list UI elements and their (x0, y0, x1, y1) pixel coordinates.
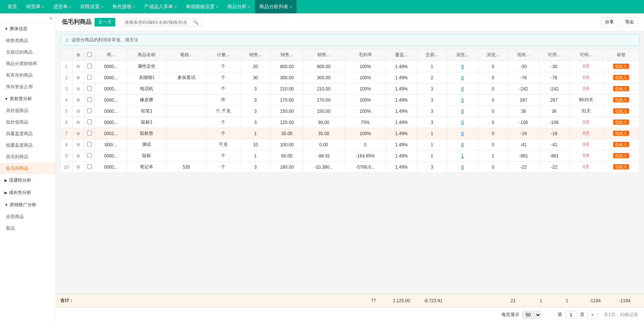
sidebar-group-整体信息[interactable]: ▼整体信息 (0, 23, 55, 35)
nav-item-销货单[interactable]: 销货单× (22, 0, 49, 13)
row-checkbox-cell[interactable] (84, 61, 95, 72)
row-checkbox-cell[interactable] (84, 95, 95, 106)
sidebar-item-有库存的商品[interactable]: 有库存的商品 (0, 70, 55, 81)
close-tab-icon[interactable]: × (290, 5, 292, 9)
sidebar-item-新品[interactable]: 新品 (0, 223, 55, 234)
row-checkbox[interactable] (87, 131, 92, 136)
row-view1-cell[interactable]: 1 (447, 150, 478, 162)
close-tab-icon[interactable]: × (216, 5, 218, 9)
row-settings-cell[interactable]: ⚙ (73, 128, 84, 139)
tag-col-header[interactable]: 标签 (603, 49, 640, 61)
row-settings-cell[interactable]: ⚙ (73, 95, 84, 106)
row-checkbox-cell[interactable] (84, 117, 95, 128)
sidebar-item-全部商品[interactable]: 全部商品 (0, 211, 55, 223)
gross-margin-col-header[interactable]: 毛利率 (345, 49, 386, 61)
view2-col-header[interactable]: 浏览... (478, 49, 508, 61)
sidebar-group-营销推广分析[interactable]: ▼营销推广分析 (0, 199, 55, 211)
close-tab-icon[interactable]: × (101, 5, 103, 9)
sidebar-item-交易过的商品[interactable]: 交易过的商品 (0, 47, 55, 58)
row-checkbox[interactable] (87, 108, 92, 113)
row-checkbox-cell[interactable] (84, 83, 95, 95)
time-filter-button[interactable]: 近一月 (94, 18, 115, 26)
sidebar-group-流通性分析[interactable]: ▶流通性分析 (0, 174, 55, 186)
prev-page-button[interactable]: ＜ (544, 310, 555, 319)
search-icon[interactable]: 🔍 (193, 20, 199, 25)
code-col-header[interactable]: 商... (95, 49, 127, 61)
sales-profit-col-header[interactable]: 销售... (303, 49, 344, 61)
row-checkbox[interactable] (87, 75, 92, 80)
sidebar-item-销售类商品[interactable]: 销售类商品 (0, 35, 55, 47)
row-checkbox-cell[interactable] (84, 139, 95, 150)
row-settings-cell[interactable]: ⚙ (73, 117, 84, 128)
nav-item-权限设置[interactable]: 权限设置× (76, 0, 108, 13)
row-view1-cell[interactable]: 0 (447, 83, 478, 95)
close-tab-icon[interactable]: × (42, 5, 44, 9)
unit-col-header[interactable]: 计量... (206, 49, 240, 61)
row-checkbox-cell[interactable] (84, 150, 95, 162)
per-page-select[interactable]: 50 20 100 (522, 311, 541, 319)
row-checkbox[interactable] (87, 97, 92, 102)
export-button[interactable]: 导出 (621, 17, 638, 27)
name-col-header[interactable]: 商品名称 (127, 49, 166, 61)
row-view1-cell[interactable]: 0 (447, 139, 478, 150)
row-view1-cell[interactable]: 0 (447, 117, 478, 128)
stock-available-col-header[interactable]: 可用... (539, 49, 569, 61)
row-checkbox[interactable] (87, 142, 92, 147)
nav-item-角色授权[interactable]: 角色授权× (108, 0, 140, 13)
nav-item-产成品入库单[interactable]: 产成品入库单× (140, 0, 181, 13)
row-view1-cell[interactable]: 0 (447, 106, 478, 117)
close-tab-icon[interactable]: × (133, 5, 135, 9)
sidebar-item-高覆盖度商品[interactable]: 高覆盖度商品 (0, 128, 55, 140)
nav-item-单据模板设置[interactable]: 单据模板设置× (181, 0, 223, 13)
nav-item-首页[interactable]: 首页 (3, 0, 22, 13)
row-view1-cell[interactable]: 0 (447, 162, 478, 173)
stock-current-col-header[interactable]: 现有... (508, 49, 539, 61)
close-tab-icon[interactable]: × (69, 5, 71, 9)
sales-amount-col-header[interactable]: 销售... (271, 49, 303, 61)
close-tab-icon[interactable]: × (174, 5, 177, 9)
sidebar-group-类射度分析[interactable]: ▼类射度分析 (0, 93, 55, 105)
sidebar-item-商品分类助销率[interactable]: 商品分类助销率 (0, 58, 55, 70)
coverage-col-header[interactable]: 覆盖... (386, 49, 417, 61)
sidebar-item-低毛利商品[interactable]: 低毛利商品 (0, 163, 55, 174)
nav-item-商品分析列表[interactable]: 商品分析列表× (255, 0, 297, 13)
search-input[interactable] (125, 20, 192, 25)
next-page-button[interactable]: ＞ (587, 310, 598, 319)
row-settings-cell[interactable]: ⚙ (73, 162, 84, 173)
nav-item-商品分析[interactable]: 商品分析× (223, 0, 255, 13)
sidebar-group-成长性分析[interactable]: ▶成长性分析 (0, 186, 55, 199)
row-view1-cell[interactable]: 0 (447, 128, 478, 139)
sellable-days-col-header[interactable]: 可销... (569, 49, 603, 61)
sidebar-item-库存资金占用[interactable]: 库存资金占用 (0, 81, 55, 93)
row-checkbox-cell[interactable] (84, 106, 95, 117)
trade-count-col-header[interactable]: 交易... (417, 49, 447, 61)
row-settings-cell[interactable]: ⚙ (73, 139, 84, 150)
sidebar-item-高价值商品[interactable]: 高价值商品 (0, 105, 55, 117)
settings-col-header[interactable]: ⚙ (73, 49, 84, 61)
sales-qty-col-header[interactable]: 销售... (240, 49, 271, 61)
row-view1-cell[interactable]: 0 (447, 95, 478, 106)
row-settings-cell[interactable]: ⚙ (73, 106, 84, 117)
spec-col-header[interactable]: 规格... (167, 49, 206, 61)
checkbox-col-header[interactable] (84, 49, 95, 61)
row-checkbox[interactable] (87, 164, 92, 169)
close-tab-icon[interactable]: × (248, 5, 250, 9)
sidebar-collapse-button[interactable]: « (48, 15, 54, 21)
row-settings-cell[interactable]: ⚙ (73, 150, 84, 162)
page-number-input[interactable] (565, 311, 577, 319)
share-button[interactable]: 分享 (601, 17, 618, 27)
row-checkbox[interactable] (87, 86, 92, 91)
row-settings-cell[interactable]: ⚙ (73, 61, 84, 72)
row-checkbox-cell[interactable] (84, 128, 95, 139)
nav-item-进货单[interactable]: 进货单× (49, 0, 76, 13)
row-view1-cell[interactable]: 0 (447, 61, 478, 72)
row-checkbox[interactable] (87, 153, 92, 158)
view1-col-header[interactable]: 浏览... (447, 49, 478, 61)
select-all-checkbox[interactable] (87, 52, 92, 57)
row-settings-cell[interactable]: ⚙ (73, 72, 84, 83)
row-view1-cell[interactable]: 0 (447, 72, 478, 83)
sidebar-item-高毛利商品[interactable]: 高毛利商品 (0, 151, 55, 163)
row-checkbox[interactable] (87, 64, 92, 68)
row-checkbox-cell[interactable] (84, 72, 95, 83)
sidebar-item-低价值商品[interactable]: 低价值商品 (0, 117, 55, 128)
